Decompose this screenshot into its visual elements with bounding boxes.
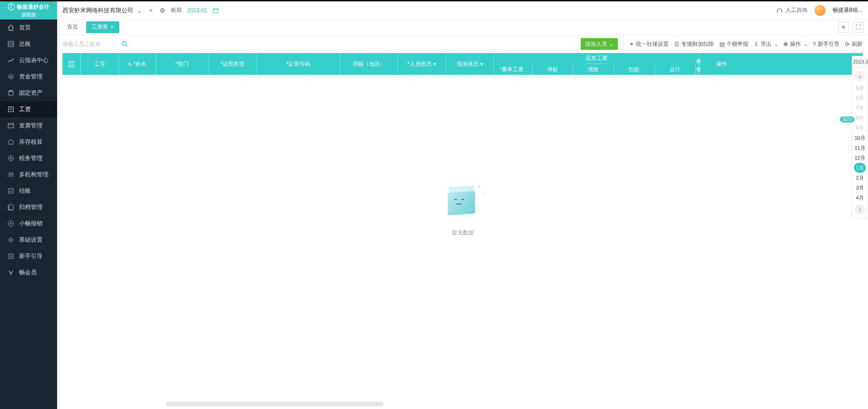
svg-rect-20 — [213, 8, 218, 13]
tab-close-button[interactable]: ✕ — [838, 22, 849, 33]
period-panel-title: 2023.01 — [852, 58, 868, 68]
sidebar-item-label: 结账 — [19, 187, 31, 195]
search-input[interactable] — [63, 41, 121, 47]
sidebar-item-label: 多机构管理 — [19, 170, 48, 179]
col-label: 津贴 — [547, 66, 558, 73]
company-name: 西安虾米网络科技有限公司 — [63, 6, 133, 15]
col-group-label: 应发工资 — [586, 53, 607, 64]
sidebar-item-label: 工资 — [19, 105, 31, 113]
inventory-icon — [7, 138, 15, 146]
svg-point-14 — [11, 173, 13, 175]
username[interactable]: 畅捷通B组... — [833, 6, 863, 14]
sidebar-item-6[interactable]: 发票管理 — [0, 117, 57, 134]
col-nationality[interactable]: 国籍（地区） — [340, 53, 398, 75]
period-value[interactable]: 2023-01 — [187, 7, 207, 14]
svg-rect-1 — [8, 41, 14, 47]
refresh-icon: ⟳ — [845, 41, 850, 48]
tax-declare-button[interactable]: ▤个税申报 — [719, 40, 748, 48]
company-selector[interactable]: 西安虾米网络科技有限公司 ⌄ — [63, 6, 142, 15]
col-label: *人员状态 — [407, 60, 432, 68]
close-icon[interactable]: × — [111, 24, 114, 30]
expense-icon — [7, 220, 15, 227]
col-pay-perf[interactable]: 绩效 — [573, 64, 614, 75]
sidebar-item-12[interactable]: 小畅报销 — [0, 215, 57, 232]
col-idtype[interactable]: *证照类型 — [209, 53, 257, 75]
col-group-pay: 应发工资 *基本工资 津贴 绩效 扣款 合计 养老保 — [494, 53, 699, 75]
col-idno[interactable]: *证照号码 — [257, 53, 340, 75]
add-company-button[interactable]: ＋ — [148, 6, 154, 15]
sidebar-item-7[interactable]: 库存核算 — [0, 134, 57, 150]
sort-icon: ⇅ — [128, 62, 131, 67]
checkbox[interactable] — [68, 61, 74, 67]
sidebar-item-3[interactable]: ¥资金管理 — [0, 68, 57, 85]
col-send-status[interactable]: 报送状态▾ — [446, 53, 494, 75]
sidebar-item-11[interactable]: 归档管理 — [0, 199, 57, 215]
sidebar-item-label: 小畅报销 — [19, 219, 43, 228]
tab-label: 工资表 — [92, 23, 108, 31]
fullscreen-button[interactable]: ⛶ — [853, 22, 863, 33]
sidebar-item-14[interactable]: 新手引导 — [0, 248, 57, 264]
sidebar-item-0[interactable]: 首页 — [0, 19, 57, 36]
sidebar-item-10[interactable]: 结账 — [0, 183, 57, 199]
period-month-10[interactable]: 3月 — [854, 183, 866, 193]
export-icon: ⇩ — [754, 41, 759, 48]
help-icon: ? — [813, 41, 816, 48]
social-insurance-button[interactable]: ⚭统一社保设置 — [629, 40, 669, 48]
period-month-7[interactable]: 12月 — [854, 153, 866, 163]
filter-icon[interactable]: ▾ — [480, 61, 483, 67]
add-person-button[interactable]: 添加人员 ⌄ — [581, 38, 618, 50]
sidebar-item-label: 总账 — [19, 40, 31, 48]
operate-button[interactable]: ✥操作⌄ — [783, 40, 807, 48]
search-icon[interactable] — [121, 41, 128, 47]
gear-icon — [7, 236, 15, 243]
col-pay-total[interactable]: 合计 — [655, 64, 696, 75]
avatar[interactable] — [815, 5, 825, 16]
sidebar-item-13[interactable]: 基础设置 — [0, 232, 57, 248]
sidebar-item-label: 资金管理 — [19, 73, 43, 81]
col-pay-allow[interactable]: 津贴 — [533, 64, 573, 75]
settings-icon[interactable]: ⚙ — [160, 7, 165, 14]
col-pay-base[interactable]: *基本工资 — [492, 64, 533, 75]
export-button[interactable]: ⇩导出⌄ — [754, 40, 778, 48]
col-name[interactable]: ⇅*姓名 — [119, 53, 156, 75]
period-month-9[interactable]: 2月 — [854, 173, 866, 183]
period-prev-button[interactable]: ▲ — [855, 71, 865, 81]
sidebar-item-8[interactable]: 税务管理 — [0, 150, 57, 166]
empty-text: 暂无数据 — [452, 229, 474, 237]
support-link[interactable]: 人工咨询 — [776, 6, 807, 14]
action-label: 操作 — [790, 40, 801, 48]
period-month-4: 9月 — [854, 123, 866, 133]
filter-icon[interactable]: ▾ — [433, 61, 436, 67]
col-id[interactable]: 工号 — [81, 53, 119, 75]
refresh-button[interactable]: ⟳刷新 — [845, 40, 863, 48]
sidebar-item-9[interactable]: 多机构管理 — [0, 166, 57, 183]
guide-button[interactable]: ?新手引导 — [813, 40, 839, 48]
special-deduction-button[interactable]: ☰专项附加扣除 — [674, 40, 714, 48]
calendar-icon[interactable] — [213, 7, 219, 14]
period-month-6[interactable]: 11月 — [854, 143, 866, 153]
tab-1[interactable]: 工资表× — [86, 21, 119, 33]
col-dept[interactable]: *部门 — [156, 53, 209, 75]
horizontal-scrollbar[interactable] — [166, 402, 383, 406]
vip-icon — [7, 269, 15, 276]
period-next-button[interactable]: ▼ — [855, 204, 865, 214]
period-month-8[interactable]: 1月 — [854, 163, 866, 173]
col-label: 工号 — [94, 60, 105, 68]
svg-rect-11 — [8, 123, 14, 128]
tab-0[interactable]: 首页 — [62, 21, 83, 33]
col-pay-deduct[interactable]: 扣款 — [614, 64, 655, 75]
sidebar-item-5[interactable]: 工资 — [0, 101, 57, 117]
col-status[interactable]: *人员状态▾ — [398, 53, 446, 75]
home-icon — [7, 24, 15, 31]
sidebar-item-15[interactable]: 畅会员 — [0, 264, 57, 281]
col-label: 国籍（地区） — [353, 60, 385, 68]
support-label: 人工咨询 — [786, 6, 807, 14]
sidebar-item-4[interactable]: 固定资产 — [0, 85, 57, 101]
period-month-5[interactable]: 10月 — [854, 133, 866, 143]
period-month-11[interactable]: 4月 — [854, 193, 866, 203]
sidebar-item-1[interactable]: 总账 — [0, 36, 57, 52]
add-person-label: 添加人员 — [585, 40, 607, 48]
sidebar-item-2[interactable]: 云报表中心 — [0, 52, 57, 68]
col-checkbox[interactable] — [63, 53, 81, 75]
main: 西安虾米网络科技有限公司 ⌄ ＋ ⚙ 账期 2023-01 人工咨询 畅捷通B组… — [57, 1, 868, 409]
